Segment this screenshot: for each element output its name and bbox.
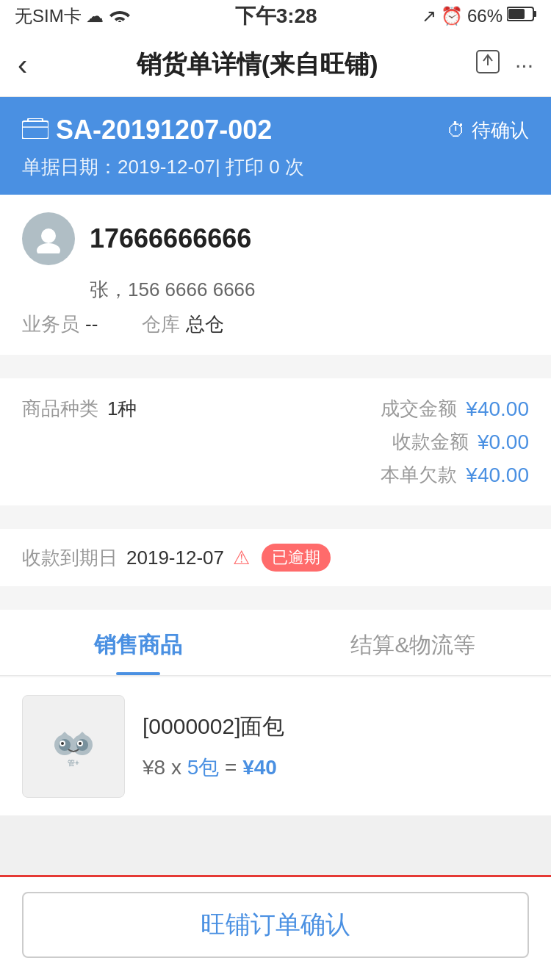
summary-row: 商品种类 1种 成交金额 ¥40.00 收款金额 ¥0.00 本单欠款 ¥40.… [22,396,529,488]
svg-text:管+: 管+ [68,759,79,767]
customer-phone: 17666666666 [90,223,251,254]
type-label: 商品种类 [22,396,98,422]
svg-point-7 [37,243,60,253]
warning-icon: ⚠ [233,547,250,569]
status-left: 无SIM卡 ☁ [15,4,130,28]
product-section: 管+ [0000002]面包 ¥8 x 5包 = ¥40 [0,677,551,815]
back-button[interactable]: ‹ [18,50,27,79]
divider-1 [0,367,551,378]
divider-3 [0,598,551,610]
status-bar: 无SIM卡 ☁ 下午3:28 ↗ ⏰ 66% [0,0,551,32]
svg-point-6 [41,228,56,243]
unit-price: ¥8 [143,756,165,779]
owed-label: 本单欠款 [381,462,457,488]
due-label: 收款到期日 [22,545,118,571]
product-image: 管+ [22,695,125,798]
svg-point-0 [118,21,121,22]
bottom-bar: 旺铺订单确认 [0,875,551,980]
type-value: 1种 [107,396,137,422]
amount-list: 成交金额 ¥40.00 收款金额 ¥0.00 本单欠款 ¥40.00 [381,396,529,488]
transaction-amount: 成交金额 ¥40.00 [381,396,529,422]
product-type: 商品种类 1种 [22,396,137,422]
product-info: [0000002]面包 ¥8 x 5包 = ¥40 [143,712,529,782]
alarm-icon: ⏰ [441,6,463,26]
header-card: SA-20191207-002 ⏱ 待确认 单据日期：2019-12-07| 打… [0,97,551,195]
summary-section: 商品种类 1种 成交金额 ¥40.00 收款金额 ¥0.00 本单欠款 ¥40.… [0,378,551,505]
svg-rect-5 [22,121,48,139]
tab-settlement[interactable]: 结算&物流等 [276,610,551,675]
warehouse-item: 仓库 总仓 [142,311,224,337]
tabs-section: 销售商品 结算&物流等 [0,610,551,676]
order-icon [22,115,48,145]
salesperson-label: 业务员 [22,311,79,337]
tab-products[interactable]: 销售商品 [0,610,276,675]
due-section: 收款到期日 2019-12-07 ⚠ 已逾期 [0,529,551,586]
transaction-value: ¥40.00 [466,397,529,421]
owed-value: ¥40.00 [466,464,529,487]
confirm-button[interactable]: 旺铺订单确认 [22,892,529,958]
owed-amount: 本单欠款 ¥40.00 [381,462,529,488]
svg-rect-3 [508,9,525,19]
product-name: [0000002]面包 [143,712,529,742]
warehouse-label: 仓库 [142,311,180,337]
customer-section: 17666666666 张，156 6666 6666 业务员 -- 仓库 总仓 [0,195,551,355]
svg-point-14 [61,742,64,745]
location-icon: ↗ [422,6,436,26]
order-date: 单据日期：2019-12-07| 打印 0 次 [22,154,529,180]
battery-icon [507,6,536,26]
quantity: 5包 [187,756,220,779]
clock-icon: ⏱ [447,119,466,142]
salesperson-value: -- [85,313,98,336]
svg-rect-2 [533,11,536,17]
avatar [22,212,75,265]
battery-text: 66% [467,6,503,26]
due-date: 2019-12-07 [126,547,224,569]
status-right: ↗ ⏰ 66% [422,6,536,26]
more-icon[interactable]: ··· [515,52,533,77]
nav-bar: ‹ 销货单详情(来自旺铺) ··· [0,32,551,97]
share-icon[interactable] [475,49,500,79]
status-time: 下午3:28 [235,2,317,30]
tabs-row: 销售商品 结算&物流等 [0,610,551,675]
overdue-badge: 已逾期 [262,544,331,572]
salesperson-item: 业务员 -- [22,311,98,337]
order-number: SA-20191207-002 [22,115,272,145]
customer-name: 张，156 6666 6666 [22,277,529,303]
received-label: 收款金额 [392,429,469,455]
order-status: ⏱ 待确认 [447,118,529,143]
product-price: ¥8 x 5包 = ¥40 [143,754,529,782]
no-sim-text: 无SIM卡 ☁ [15,4,104,28]
multiply-sign: x [171,756,187,779]
customer-meta: 业务员 -- 仓库 总仓 [22,311,529,337]
svg-point-15 [79,742,82,745]
page-title: 销货单详情(来自旺铺) [39,48,475,82]
divider-2 [0,517,551,529]
customer-row: 17666666666 [22,212,529,265]
product-row: 管+ [0000002]面包 ¥8 x 5包 = ¥40 [22,695,529,798]
transaction-label: 成交金额 [381,396,457,422]
nav-actions: ··· [475,49,533,79]
received-value: ¥0.00 [478,430,529,454]
equals-sign: = [225,756,242,779]
wifi-icon [109,6,130,26]
warehouse-value: 总仓 [186,311,224,337]
total-price: ¥40 [242,756,277,779]
received-amount: 收款金额 ¥0.00 [392,429,529,455]
